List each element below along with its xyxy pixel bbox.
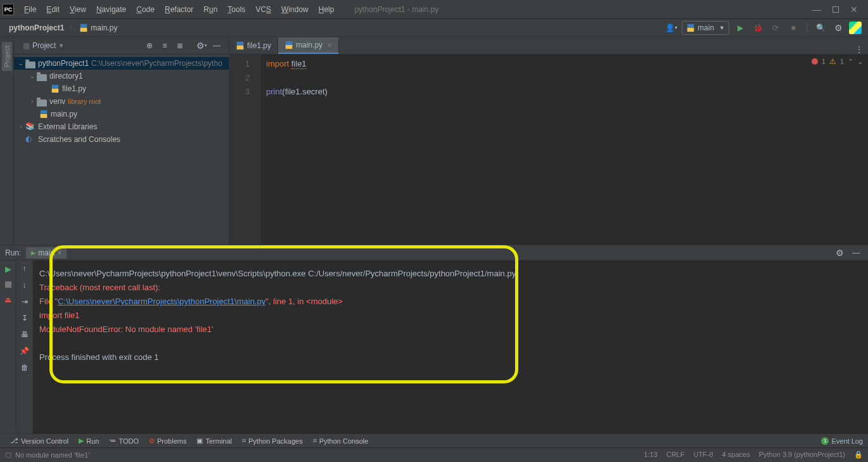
chevron-down-icon[interactable]: ⌄ [857,58,863,66]
project-view-selector[interactable]: ▦ Project ▼ [19,40,68,51]
add-user-icon[interactable]: 👤▾ [664,21,678,35]
menu-navigate[interactable]: Navigate [91,4,131,15]
tw-python-console[interactable]: ⌗Python Console [308,437,374,445]
close-icon[interactable]: ✕ [850,4,858,15]
pycharm-logo-icon[interactable] [849,22,862,34]
python-file-icon [79,23,88,32]
breadcrumb-project[interactable]: pythonProject1 [6,23,67,32]
tw-run[interactable]: ▶Run [73,437,104,445]
tw-label: Run [86,437,99,445]
inspection-widget[interactable]: 1 ⚠1 ⌃ ⌄ [812,57,863,66]
up-icon[interactable]: ↑ [23,264,27,273]
hide-panel-icon[interactable]: — [849,246,863,260]
tab-label: file1.py [247,41,271,50]
expand-icon[interactable]: ≡ [158,39,172,53]
menu-run[interactable]: Run [198,4,222,15]
tool-window-bar: ⎇Version Control ▶Run ≔TODO ⊘Problems ▣T… [0,433,868,447]
menu-code[interactable]: Code [131,4,160,15]
menu-vcs[interactable]: VCS [250,4,276,15]
code-area[interactable]: import file1 print(file1.secret) [261,55,868,245]
traceback-link[interactable]: C:\Users\never\PycharmProjects\pythonPro… [58,297,265,306]
keyword: import [266,59,289,68]
tab-main[interactable]: main.py × [278,37,338,54]
status-bar: ▢ No module named 'file1' 1:13 CRLF UTF-… [0,447,868,461]
caret-position[interactable]: 1:13 [644,451,657,459]
collapse-icon[interactable]: ≣ [173,39,187,53]
run-button[interactable]: ▶ [733,21,747,35]
line-separator[interactable]: CRLF [667,451,685,459]
tree-file1[interactable]: file1.py [14,82,229,95]
status-message: No module named 'file1' [15,451,89,459]
editor[interactable]: 1 2 3 import file1 print(file1.secret) 1… [229,55,868,245]
maximize-icon[interactable] [833,4,839,15]
menu-help[interactable]: Help [314,4,340,15]
run-config-selector[interactable]: main ▼ [682,21,729,35]
svg-rect-5 [52,89,59,93]
locate-icon[interactable]: ⊕ [143,39,156,53]
stop-icon[interactable] [5,281,11,288]
tree-venv[interactable]: › venv library root [14,95,229,108]
builtin: print [266,87,282,96]
line-number: 1 [229,57,261,71]
python-interpreter[interactable]: Python 3.9 (pythonProject1) [759,451,845,459]
tree-external-libs[interactable]: › 📚 External Libraries [14,120,229,133]
menu-tools[interactable]: Tools [222,4,250,15]
rerun-icon[interactable]: ▶ [5,264,11,274]
menu-refactor[interactable]: Refactor [160,4,198,15]
run-settings-icon[interactable]: ⚙ [833,246,846,260]
tw-terminal[interactable]: ▣Terminal [191,437,237,445]
stop-button[interactable]: ■ [786,21,800,35]
scroll-end-icon[interactable]: ↧ [22,314,28,323]
minimize-icon[interactable]: — [812,4,821,15]
chevron-right-icon: › [28,98,37,105]
exit-icon[interactable]: ⏏ [4,295,11,304]
tabs-more-icon[interactable]: ⋮ [850,45,868,54]
print-icon[interactable]: 🖶 [21,330,29,339]
trash-icon[interactable]: 🗑 [21,363,29,372]
debug-button[interactable]: 🐞 [751,21,765,35]
warning-count: 1 [840,58,844,65]
file-encoding[interactable]: UTF-8 [693,451,713,459]
status-icon[interactable]: ▢ [5,451,11,459]
tw-event-log[interactable]: Event Log [831,437,863,445]
pin-icon[interactable]: 📌 [20,347,29,356]
rail-project-tab[interactable]: Project [2,42,12,71]
tab-file1[interactable]: file1.py [229,37,278,54]
chevron-down-icon: ▼ [719,25,725,31]
run-gutter-1: ▶ ⏏ [0,260,16,433]
tw-todo[interactable]: ≔TODO [104,437,144,445]
python-file-icon [236,41,245,50]
svg-rect-7 [41,114,48,118]
tree-root[interactable]: ⌄ pythonProject1 C:\Users\never\PycharmP… [14,57,229,70]
lock-icon[interactable]: 🔒 [854,451,863,459]
chevron-up-icon[interactable]: ⌃ [848,58,853,66]
tree-mainpy[interactable]: main.py [14,108,229,120]
project-tree[interactable]: ⌄ pythonProject1 C:\Users\never\PycharmP… [14,55,229,148]
run-tab[interactable]: ▶ main × [26,247,67,259]
tw-python-packages[interactable]: ⌗Python Packages [237,437,308,445]
close-icon[interactable]: × [57,248,61,257]
settings-icon[interactable]: ⚙ [831,21,845,35]
tree-label: main.py [51,110,77,119]
search-icon[interactable]: 🔍 [814,21,827,35]
tree-dir[interactable]: ⌄ directory1 [14,70,229,82]
console-output[interactable]: C:\Users\never\PycharmProjects\pythonPro… [33,260,868,433]
hide-pane-icon[interactable]: — [210,39,224,53]
tw-version-control[interactable]: ⎇Version Control [5,437,73,445]
tree-scratches[interactable]: ◐ Scratches and Consoles [14,133,229,146]
view-options-icon[interactable]: ⚙▾ [195,39,208,53]
menu-file[interactable]: File [19,4,41,15]
event-count-badge: 1 [821,437,829,445]
menu-window[interactable]: Window [276,4,314,15]
menu-edit[interactable]: Edit [41,4,65,15]
soft-wrap-icon[interactable]: ⇥ [22,297,28,306]
tree-label: pythonProject1 [38,59,89,68]
tw-problems[interactable]: ⊘Problems [144,437,191,445]
line-number: 2 [229,71,261,85]
coverage-button[interactable]: ⟳ [769,21,782,35]
indent-config[interactable]: 4 spaces [722,451,750,459]
breadcrumb-file[interactable]: main.py [88,23,120,32]
down-icon[interactable]: ↓ [23,281,27,290]
close-tab-icon[interactable]: × [328,41,331,49]
menu-view[interactable]: View [65,4,91,15]
